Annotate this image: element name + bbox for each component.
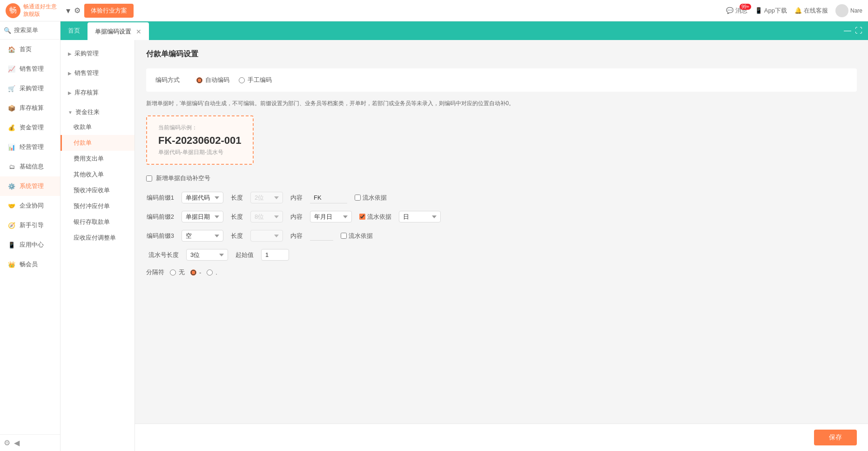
nav-group-inventory-title[interactable]: ▶ 库存核算: [61, 86, 135, 100]
separator-hyphen-option[interactable]: -: [190, 269, 201, 276]
separator-dot-radio[interactable]: [207, 269, 213, 276]
sidebar-item-system[interactable]: ⚙️ 系统管理: [0, 176, 60, 196]
nav-item-receivable-adjust[interactable]: 应收应付调整单: [61, 230, 135, 246]
sidebar-item-inventory[interactable]: 📦 库存核算: [0, 98, 60, 118]
tab-home[interactable]: 首页: [61, 21, 87, 40]
preview-label: 当前编码示例：: [158, 124, 242, 132]
sidebar-item-member[interactable]: 👑 畅会员: [0, 255, 60, 274]
auto-fill-checkbox[interactable]: [146, 175, 152, 182]
nav-item-prepay-payable[interactable]: 预付冲应付单: [61, 198, 135, 214]
separator-none-radio[interactable]: [170, 269, 176, 276]
search-icon: 🔍: [4, 27, 11, 34]
auto-encoding-option[interactable]: 自动编码: [196, 76, 229, 84]
sidebar-item-app[interactable]: 📱 应用中心: [0, 235, 60, 255]
prefix1-content-label: 内容: [290, 194, 303, 202]
topbar-settings-btn[interactable]: ⚙: [74, 6, 81, 15]
nav-group-finance-title[interactable]: ▼ 资金往来: [61, 105, 135, 119]
tab-close-btn[interactable]: ✕: [136, 28, 141, 35]
info-text: 新增单据时，'单据编码'自动生成，不可编辑。前缀设置为部门、业务员等档案类，开单…: [146, 99, 857, 108]
sidebar-item-purchase[interactable]: 🛒 采购管理: [0, 79, 60, 98]
sidebar-item-finance[interactable]: 💰 资金管理: [0, 118, 60, 137]
nav-group-sales: ▶ 销售管理: [61, 63, 135, 83]
tab-serial-settings[interactable]: 单据编码设置 ✕: [87, 22, 149, 41]
sidebar-item-basic[interactable]: 🗂 基础信息: [0, 157, 60, 176]
nav-item-expense[interactable]: 费用支出单: [61, 151, 135, 167]
nav-item-receipt[interactable]: 收款单: [61, 119, 135, 135]
message-btn[interactable]: 💬 消息 99+: [726, 7, 747, 15]
encoding-method-section: 编码方式 自动编码 手工编码: [146, 68, 857, 92]
prefix2-serial-checkbox[interactable]: [359, 214, 365, 220]
start-value-input[interactable]: [261, 249, 289, 261]
sidebar-item-operations[interactable]: 📊 经营管理: [0, 137, 60, 157]
serial-length-select[interactable]: 3位: [186, 249, 228, 261]
sidebar-item-guide[interactable]: 🧭 新手引导: [0, 215, 60, 235]
user-area[interactable]: Nare: [835, 4, 862, 17]
tab-maximize-btn[interactable]: ⛶: [855, 27, 862, 35]
separator-dot-option[interactable]: .: [207, 269, 217, 276]
logo-icon: 畅: [6, 3, 20, 18]
arrow-icon: ▶: [68, 71, 72, 76]
prefix1-serial-checkbox-label[interactable]: 流水依据: [355, 194, 387, 202]
arrow-icon: ▼: [68, 110, 73, 115]
bottom-bar: 保存: [135, 424, 868, 451]
inner-layout: ▶ 采购管理 ▶ 销售管理 ▶ 库存核算: [61, 40, 868, 451]
nav-group-sales-title[interactable]: ▶ 销售管理: [61, 66, 135, 80]
sidebar-search[interactable]: 🔍 搜索菜单: [0, 21, 60, 40]
nav-item-prepay-receivable[interactable]: 预收冲应收单: [61, 182, 135, 198]
save-button[interactable]: 保存: [814, 430, 857, 445]
prefix3-serial-checkbox-label[interactable]: 流水依据: [341, 232, 373, 240]
logo: 畅 畅通道好生意 旗舰版: [6, 3, 61, 18]
nav-item-bank-deposit[interactable]: 银行存取款单: [61, 214, 135, 230]
nav-item-other-income[interactable]: 其他收入单: [61, 167, 135, 182]
sidebar-nav: 🏠 首页 📈 销售管理 🛒 采购管理 📦 库存核算 💰 资金管理 📊 经: [0, 40, 60, 434]
nav-item-payment[interactable]: 付款单: [61, 135, 135, 151]
app-icon: 📱: [755, 7, 762, 14]
prefix1-select[interactable]: 单据代码: [182, 192, 223, 203]
tabbar-actions: — ⛶: [844, 27, 868, 35]
trial-button[interactable]: 体验行业方案: [84, 4, 134, 18]
prefix3-length-select[interactable]: [250, 230, 283, 242]
main-content: 付款单编码设置 编码方式 自动编码 手工编码: [135, 40, 868, 424]
sidebar-item-home[interactable]: 🏠 首页: [0, 40, 60, 59]
collapse-btn[interactable]: ◀: [14, 438, 20, 447]
guide-icon: 🧭: [7, 221, 16, 229]
online-service-btn[interactable]: 🔔 在线客服: [794, 7, 828, 15]
prefix1-label: 编码前缀1: [146, 194, 174, 202]
topbar-mid: ▾ ⚙ 体验行业方案: [66, 4, 721, 18]
auto-encoding-radio[interactable]: [196, 77, 202, 83]
manual-encoding-option[interactable]: 手工编码: [239, 76, 272, 84]
nav-group-inventory: ▶ 库存核算: [61, 83, 135, 102]
separator-none-option[interactable]: 无: [170, 268, 185, 276]
member-icon: 👑: [7, 260, 16, 269]
prefix1-serial-checkbox[interactable]: [355, 195, 361, 201]
preview-code: FK-20230602-001: [158, 135, 242, 147]
prefix2-content-select[interactable]: 年月日: [310, 211, 352, 222]
prefix2-serial-checkbox-label[interactable]: 流水依据: [359, 213, 391, 221]
sidebar-item-sales[interactable]: 📈 销售管理: [0, 59, 60, 79]
content-wrapper: 付款单编码设置 编码方式 自动编码 手工编码: [135, 40, 868, 451]
manual-encoding-radio[interactable]: [239, 77, 245, 83]
encoding-method-group: 编码方式 自动编码 手工编码: [155, 76, 848, 84]
tab-minimize-btn[interactable]: —: [844, 27, 851, 35]
prefix3-row: 编码前缀3 空 长度 内容 流水依据: [146, 230, 857, 242]
message-icon: 💬: [726, 7, 733, 14]
prefix3-select[interactable]: 空: [182, 230, 223, 242]
prefix3-serial-checkbox[interactable]: [341, 233, 347, 239]
operations-icon: 📊: [7, 143, 16, 151]
app-center-icon: 📱: [7, 241, 16, 249]
prefix3-label: 编码前缀3: [146, 232, 174, 240]
purchase-icon: 🛒: [7, 84, 16, 93]
prefix2-select[interactable]: 单据日期: [182, 211, 223, 222]
prefix3-content-input[interactable]: [310, 231, 333, 241]
separator-hyphen-radio[interactable]: [190, 269, 196, 276]
app-download-btn[interactable]: 📱 App下载: [755, 7, 787, 15]
sidebar-item-enterprise[interactable]: 🤝 企业协同: [0, 196, 60, 215]
nav-group-purchase-title[interactable]: ▶ 采购管理: [61, 47, 135, 61]
prefix2-period-select[interactable]: 日 月 年: [399, 211, 441, 222]
topbar-dropdown-btn[interactable]: ▾: [66, 6, 70, 16]
prefix2-length-select[interactable]: 8位: [250, 211, 283, 222]
settings-bottom-btn[interactable]: ⚙: [4, 438, 10, 447]
prefix3-length-label: 长度: [231, 232, 243, 240]
prefix1-length-select[interactable]: 2位: [250, 192, 283, 203]
prefix2-row: 编码前缀2 单据日期 长度 8位 内容 年月日: [146, 211, 857, 222]
